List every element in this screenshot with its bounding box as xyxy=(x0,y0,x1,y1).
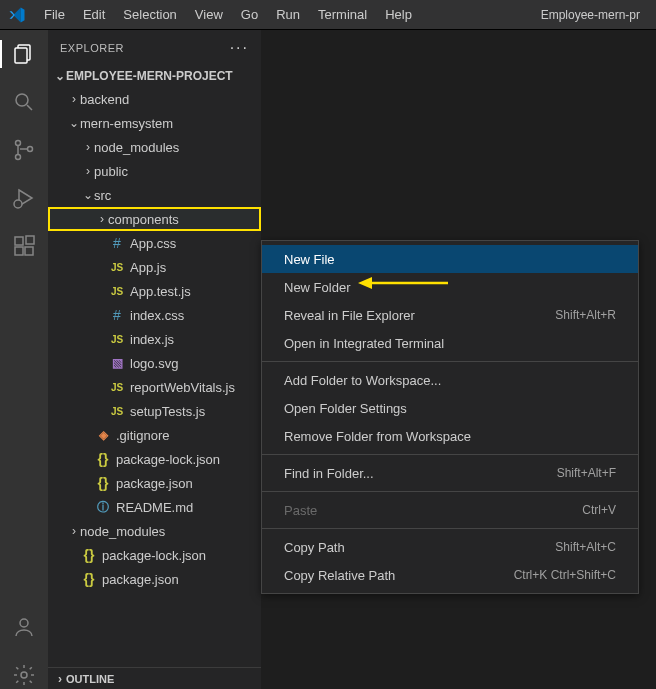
chevron-down-icon: ⌄ xyxy=(68,116,80,130)
file-index-js[interactable]: JS index.js xyxy=(48,327,261,351)
tree-label: package-lock.json xyxy=(102,548,206,563)
context-add-folder[interactable]: Add Folder to Workspace... xyxy=(262,366,638,394)
file-package-lock-json[interactable]: {} package-lock.json xyxy=(48,447,261,471)
context-label: New Folder xyxy=(284,280,350,295)
css-icon: # xyxy=(108,307,126,323)
folder-src[interactable]: ⌄ src xyxy=(48,183,261,207)
tree-label: package.json xyxy=(102,572,179,587)
folder-public[interactable]: › public xyxy=(48,159,261,183)
activity-search-icon[interactable] xyxy=(10,88,38,116)
info-icon: ⓘ xyxy=(94,499,112,516)
activity-bar xyxy=(0,30,48,689)
menu-edit[interactable]: Edit xyxy=(75,3,113,26)
context-new-folder[interactable]: New Folder xyxy=(262,273,638,301)
file-readme[interactable]: ⓘ README.md xyxy=(48,495,261,519)
context-shortcut: Shift+Alt+F xyxy=(557,466,616,480)
context-open-folder-settings[interactable]: Open Folder Settings xyxy=(262,394,638,422)
context-remove-folder[interactable]: Remove Folder from Workspace xyxy=(262,422,638,450)
context-shortcut: Ctrl+K Ctrl+Shift+C xyxy=(514,568,616,582)
context-separator xyxy=(262,454,638,455)
context-label: Open in Integrated Terminal xyxy=(284,336,444,351)
menu-run[interactable]: Run xyxy=(268,3,308,26)
context-reveal[interactable]: Reveal in File Explorer Shift+Alt+R xyxy=(262,301,638,329)
context-menu: New File New Folder Reveal in File Explo… xyxy=(261,240,639,594)
tree-label: src xyxy=(94,188,111,203)
js-icon: JS xyxy=(108,334,126,345)
menu-help[interactable]: Help xyxy=(377,3,420,26)
file-app-js[interactable]: JS App.js xyxy=(48,255,261,279)
folder-node-modules[interactable]: › node_modules xyxy=(48,135,261,159)
js-icon: JS xyxy=(108,406,126,417)
context-shortcut: Shift+Alt+R xyxy=(555,308,616,322)
svg-point-8 xyxy=(14,200,22,208)
context-paste: Paste Ctrl+V xyxy=(262,496,638,524)
activity-source-control-icon[interactable] xyxy=(10,136,38,164)
tree-label: node_modules xyxy=(94,140,179,155)
activity-settings-icon[interactable] xyxy=(10,661,38,689)
file-app-test-js[interactable]: JS App.test.js xyxy=(48,279,261,303)
folder-backend[interactable]: › backend xyxy=(48,87,261,111)
svg-point-5 xyxy=(16,155,21,160)
chevron-right-icon: › xyxy=(54,672,66,686)
menu-view[interactable]: View xyxy=(187,3,231,26)
project-root[interactable]: ⌄ EMPLOYEE-MERN-PROJECT xyxy=(48,65,261,87)
activity-explorer-icon[interactable] xyxy=(10,40,38,68)
context-label: Open Folder Settings xyxy=(284,401,407,416)
context-label: Copy Path xyxy=(284,540,345,555)
file-package-lock-json-root[interactable]: {} package-lock.json xyxy=(48,543,261,567)
menu-go[interactable]: Go xyxy=(233,3,266,26)
css-icon: # xyxy=(108,235,126,251)
file-logo-svg[interactable]: ▧ logo.svg xyxy=(48,351,261,375)
folder-components[interactable]: › components xyxy=(48,207,261,231)
explorer-sidebar: EXPLORER ··· ⌄ EMPLOYEE-MERN-PROJECT › b… xyxy=(48,30,261,689)
explorer-title: EXPLORER xyxy=(60,42,124,54)
svg-rect-12 xyxy=(26,236,34,244)
menu-terminal[interactable]: Terminal xyxy=(310,3,375,26)
context-label: Reveal in File Explorer xyxy=(284,308,415,323)
menu-file[interactable]: File xyxy=(36,3,73,26)
tree-label: App.js xyxy=(130,260,166,275)
git-icon: ◈ xyxy=(94,428,112,442)
context-label: Find in Folder... xyxy=(284,466,374,481)
context-new-file[interactable]: New File xyxy=(262,245,638,273)
file-package-json-root[interactable]: {} package.json xyxy=(48,567,261,591)
file-index-css[interactable]: # index.css xyxy=(48,303,261,327)
context-label: New File xyxy=(284,252,335,267)
tree-label: logo.svg xyxy=(130,356,178,371)
activity-debug-icon[interactable] xyxy=(10,184,38,212)
file-package-json[interactable]: {} package.json xyxy=(48,471,261,495)
tree-label: setupTests.js xyxy=(130,404,205,419)
svg-icon: ▧ xyxy=(108,356,126,370)
explorer-more-icon[interactable]: ··· xyxy=(230,39,249,57)
tree-label: README.md xyxy=(116,500,193,515)
svg-point-4 xyxy=(16,141,21,146)
svg-rect-11 xyxy=(25,247,33,255)
js-icon: JS xyxy=(108,262,126,273)
context-separator xyxy=(262,491,638,492)
outline-section[interactable]: › OUTLINE xyxy=(48,667,261,689)
folder-node-modules-root[interactable]: › node_modules xyxy=(48,519,261,543)
file-gitignore[interactable]: ◈ .gitignore xyxy=(48,423,261,447)
activity-account-icon[interactable] xyxy=(10,613,38,641)
context-find-in-folder[interactable]: Find in Folder... Shift+Alt+F xyxy=(262,459,638,487)
outline-label: OUTLINE xyxy=(66,673,114,685)
file-setup-tests[interactable]: JS setupTests.js xyxy=(48,399,261,423)
menu-bar: File Edit Selection View Go Run Terminal… xyxy=(36,3,420,26)
context-open-terminal[interactable]: Open in Integrated Terminal xyxy=(262,329,638,357)
context-separator xyxy=(262,528,638,529)
context-copy-relative-path[interactable]: Copy Relative Path Ctrl+K Ctrl+Shift+C xyxy=(262,561,638,589)
activity-extensions-icon[interactable] xyxy=(10,232,38,260)
file-app-css[interactable]: # App.css xyxy=(48,231,261,255)
tree-label: reportWebVitals.js xyxy=(130,380,235,395)
tree-label: index.css xyxy=(130,308,184,323)
svg-rect-1 xyxy=(15,48,27,63)
file-report-web-vitals[interactable]: JS reportWebVitals.js xyxy=(48,375,261,399)
tree-label: public xyxy=(94,164,128,179)
chevron-right-icon: › xyxy=(96,212,108,226)
folder-mern-emsystem[interactable]: ⌄ mern-emsystem xyxy=(48,111,261,135)
context-label: Copy Relative Path xyxy=(284,568,395,583)
menu-selection[interactable]: Selection xyxy=(115,3,184,26)
chevron-right-icon: › xyxy=(68,92,80,106)
context-copy-path[interactable]: Copy Path Shift+Alt+C xyxy=(262,533,638,561)
vscode-logo-icon xyxy=(8,6,26,24)
